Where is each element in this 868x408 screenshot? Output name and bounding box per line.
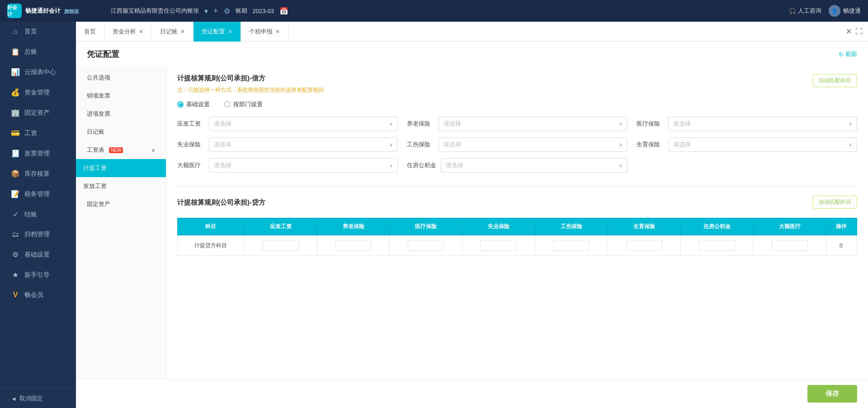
zhufangjijin-label: 住房公积金	[407, 161, 436, 169]
credit-yingfa-input[interactable]	[263, 240, 299, 251]
sidebar-item-invoice[interactable]: 🧾 发票管理	[0, 143, 76, 164]
tab-bar-actions: ✕ ⛶	[846, 27, 868, 36]
left-nav-pay-salary[interactable]: 发放工资	[76, 177, 166, 195]
shengyu-select[interactable]: 请选择 ∨	[668, 137, 857, 152]
td-yingfa-input[interactable]	[244, 235, 317, 256]
credit-auto-match-button[interactable]: 自动匹配科目	[813, 196, 857, 209]
gongshang-select[interactable]: 请选择 ∨	[439, 137, 627, 152]
left-nav-purchase-invoice[interactable]: 进项发票	[76, 105, 166, 123]
credit-yanglao-input[interactable]	[335, 240, 372, 251]
zhufangjijin-select[interactable]: 请选择 ∨	[441, 158, 627, 173]
sidebar-item-vip[interactable]: V 畅会员	[0, 285, 76, 305]
sidebar-item-guide[interactable]: ★ 新手引导	[0, 265, 76, 285]
sidebar-item-inventory[interactable]: 📦 库存核算	[0, 164, 76, 184]
tab-journal[interactable]: 日记账 ✕	[152, 22, 193, 42]
daejiliao-select[interactable]: 请选择 ∨	[209, 158, 398, 173]
guide-icon: ★	[11, 271, 20, 279]
td-shiye-input[interactable]	[462, 235, 535, 256]
save-button[interactable]: 保存	[807, 385, 857, 403]
tab-tax-return[interactable]: 个税申报 ✕	[241, 22, 288, 42]
yingfa-select[interactable]: 请选择 ∨	[209, 117, 398, 131]
yanglao-select[interactable]: 请选择 ∨	[439, 117, 627, 131]
yiliao-select[interactable]: 请选择 ∨	[668, 117, 857, 131]
user-area[interactable]: 👤 畅捷通	[829, 5, 861, 17]
credit-gongshang-input[interactable]	[553, 240, 590, 251]
cancel-fixed-button[interactable]: ◄ 取消固定	[0, 389, 76, 408]
settings-icon[interactable]: ⚙	[224, 7, 230, 15]
credit-table: 科目 应发工资 养老保险 医疗保险 失业保险 工伤保险 生育保险 住房公积金 大…	[177, 218, 857, 256]
support-label: 人工咨询	[798, 7, 821, 15]
radio-department-settings[interactable]: 按部门设置	[224, 100, 263, 108]
delete-icon[interactable]: 🗑	[839, 242, 844, 249]
tab-home[interactable]: 首页	[76, 22, 104, 42]
tab-expand-icon[interactable]: ⛶	[855, 28, 863, 36]
sidebar-item-settings[interactable]: ⚙ 基础设置	[0, 244, 76, 265]
sidebar-item-salary[interactable]: 💳 工资	[0, 123, 76, 143]
calendar-icon[interactable]: 📅	[279, 7, 288, 15]
tab-bar: 首页 资金分析 ✕ 日记账 ✕ 凭证配置 ✕ 个税申报 ✕ ✕ ⛶	[76, 22, 868, 42]
reports-icon: 📊	[11, 68, 20, 76]
tab-journal-close-icon[interactable]: ✕	[180, 28, 185, 35]
td-yanglao-input[interactable]	[317, 235, 390, 256]
td-yiliao-input[interactable]	[390, 235, 462, 256]
shengyu-label: 生育保险	[637, 141, 664, 149]
refresh-button[interactable]: ↻ 刷新	[839, 50, 857, 58]
shiye-select[interactable]: 请选择 ∨	[209, 137, 398, 152]
yanglao-placeholder: 请选择	[443, 120, 461, 128]
sidebar-item-fixed-assets[interactable]: 🏢 固定资产	[0, 103, 76, 123]
left-nav-salary-table[interactable]: 工资表 NEW ∨	[76, 141, 166, 159]
sidebar-item-reports[interactable]: 📊 云报表中心	[0, 62, 76, 82]
table-row: 计提贷方科目 🗑	[178, 235, 857, 256]
sidebar-item-label: 首页	[24, 28, 37, 36]
sidebar-item-close[interactable]: ✓ 结账	[0, 204, 76, 225]
tab-tax-close-icon[interactable]: ✕	[275, 28, 280, 35]
left-nav-journal[interactable]: 日记账	[76, 123, 166, 141]
expand-icon: ∨	[151, 147, 155, 153]
zhufangjijin-arrow-icon: ∨	[619, 163, 623, 169]
tab-fund-analysis[interactable]: 资金分析 ✕	[104, 22, 152, 42]
left-nav-accrue-salary[interactable]: 计提工资	[76, 159, 166, 177]
left-nav-sales-invoice[interactable]: 销项发票	[76, 87, 166, 105]
page-title: 凭证配置	[87, 49, 119, 60]
logo-area: 好会计 畅捷通好会计 旗舰版	[7, 4, 79, 18]
shiye-arrow-icon: ∨	[389, 142, 393, 148]
credit-shiye-input[interactable]	[481, 240, 517, 251]
debit-auto-match-button[interactable]: 自动匹配科目	[813, 74, 857, 87]
field-daejiliao: 大额医疗 请选择 ∨	[177, 158, 398, 173]
shengyu-arrow-icon: ∨	[849, 142, 852, 148]
logo-sub: 旗舰版	[64, 8, 79, 15]
td-shengyu-input[interactable]	[608, 235, 681, 256]
th-subject: 科目	[178, 218, 245, 235]
left-nav-public[interactable]: 公共选项	[76, 69, 166, 87]
add-icon[interactable]: +	[213, 6, 218, 16]
yiliao-placeholder: 请选择	[673, 120, 691, 128]
td-daejiliao-input[interactable]	[753, 235, 826, 256]
debit-section: 计提核算规则(公司承担)-借方 注：只能选择一种方式，系统将按照您当前的选择来配…	[177, 74, 857, 173]
left-nav-fixed-assets[interactable]: 固定资产	[76, 195, 166, 213]
field-gongshang: 工伤保险 请选择 ∨	[407, 137, 627, 152]
tab-close-all-icon[interactable]: ✕	[846, 27, 852, 36]
sidebar-item-fund[interactable]: 💰 资金管理	[0, 82, 76, 103]
tab-voucher-label: 凭证配置	[202, 28, 225, 36]
td-gongshang-input[interactable]	[535, 235, 608, 256]
account-period-label: 账期	[236, 7, 247, 15]
sidebar-item-home[interactable]: ⌂ 首页	[0, 22, 76, 42]
radio-basic-settings[interactable]: 基础设置	[177, 100, 210, 108]
field-shiye: 失业保险 请选择 ∨	[177, 137, 398, 152]
sidebar-item-ledger[interactable]: 📋 总账	[0, 42, 76, 62]
credit-yiliao-input[interactable]	[408, 240, 444, 251]
credit-shengyu-input[interactable]	[626, 240, 662, 251]
credit-zhufang-input[interactable]	[699, 240, 735, 251]
tab-voucher-config[interactable]: 凭证配置 ✕	[193, 22, 241, 42]
credit-section: 计提核算规则(公司承担)-贷方 自动匹配科目 科目 应发工资 养老保险 医疗保险…	[177, 196, 857, 256]
support-button[interactable]: 🎧 人工咨询	[789, 7, 821, 15]
salary-icon: 💳	[11, 129, 20, 137]
company-name: 江西服宝精品有限责任公司内账张	[111, 7, 199, 15]
company-dropdown-icon[interactable]: ▾	[204, 7, 208, 15]
tab-fund-close-icon[interactable]: ✕	[139, 28, 143, 35]
sidebar-item-tax[interactable]: 📝 税务管理	[0, 184, 76, 204]
credit-daejiliao-input[interactable]	[772, 240, 808, 251]
td-zhufang-input[interactable]	[681, 235, 754, 256]
tab-voucher-close-icon[interactable]: ✕	[228, 28, 232, 35]
sidebar-item-archive[interactable]: 🗂 归档管理	[0, 225, 76, 244]
